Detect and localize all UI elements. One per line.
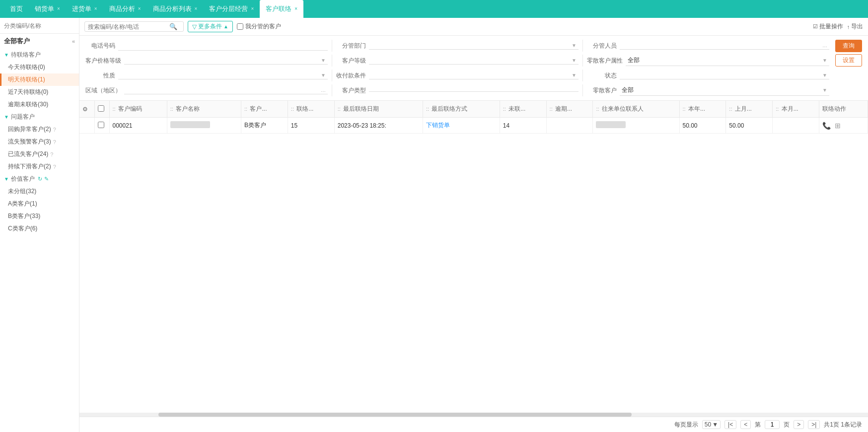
horizontal-scrollbar[interactable] (79, 413, 868, 417)
th-checkbox (94, 101, 109, 118)
row-last-contact-date: 2023-05-23 18:25: (334, 118, 423, 134)
chevron-up-icon: ▲ (223, 24, 228, 29)
settings-icon[interactable]: ⚙ (82, 106, 88, 113)
nav-product-analysis-list[interactable]: 商品分析列表 × (147, 0, 204, 18)
filter-customer-level-select[interactable]: ▼ (369, 57, 579, 65)
filter-retail-customer: 零散客户 全部 ▼ (587, 85, 829, 96)
batch-operation-button[interactable]: ☑ 批量操作 (813, 22, 843, 31)
sidebar-item-overdue-contact[interactable]: 逾期未联络(30) (0, 98, 79, 111)
row-checkbox[interactable] (98, 122, 104, 128)
sort-icon-unit-contact: :: (596, 106, 599, 112)
th-last-month: :: 上月... (726, 101, 773, 118)
close-customer-layered-icon[interactable]: × (251, 0, 254, 18)
filter-phone-input[interactable] (118, 41, 328, 51)
filter-person-select[interactable]: … (620, 42, 829, 50)
all-customers-header[interactable]: 全部客户 « (0, 34, 79, 49)
filter-actions: 查询 设置 (835, 40, 862, 96)
question-icon-4: ? (53, 164, 56, 170)
page-number-input[interactable] (765, 420, 780, 429)
close-product-analysis-list-icon[interactable]: × (195, 0, 198, 18)
nav-customer-contact[interactable]: 客户联络 × (260, 0, 303, 18)
name-masked (170, 121, 210, 128)
close-purchase-order-icon[interactable]: × (94, 0, 97, 18)
sidebar-search-input[interactable] (4, 22, 78, 29)
export-button[interactable]: ↑ 导出 (847, 22, 864, 31)
sidebar-item-today-contact[interactable]: 今天待联络(0) (0, 61, 79, 73)
filter-customer-type: 客户类型 (336, 86, 579, 95)
more-filter-button[interactable]: ▽ 更多条件 ▲ (188, 21, 233, 32)
nav-sales-order[interactable]: 销货单 × (29, 0, 66, 18)
sidebar-item-tomorrow-contact[interactable]: 明天待联络(1) (0, 73, 79, 86)
question-icon-1: ? (53, 127, 56, 133)
triangle-icon: ▼ (4, 52, 9, 58)
close-sales-order-icon[interactable]: × (57, 0, 60, 18)
sidebar-item-declining[interactable]: 持续下滑客户(2) ? (0, 160, 79, 173)
filter-nature-select[interactable]: ▼ (118, 72, 328, 79)
last-page-button[interactable]: >| (808, 420, 820, 429)
edit-icon[interactable]: ✎ (44, 176, 49, 182)
sidebar-search-area: 🔍 (0, 18, 79, 34)
my-customer-checkbox-label[interactable]: 我分管的客户 (237, 22, 281, 31)
close-customer-contact-icon[interactable]: × (294, 0, 297, 18)
page-size-selector[interactable]: 50 ▼ (702, 420, 721, 429)
nav-home[interactable]: 首页 (4, 0, 29, 18)
refresh-icon[interactable]: ↻ (38, 176, 42, 182)
th-overdue: :: 逾期... (546, 101, 593, 118)
settings-button[interactable]: 设置 (835, 54, 862, 67)
row-last-month: 50.00 (726, 118, 773, 134)
last-contact-method-link[interactable]: 下销货单 (426, 122, 450, 129)
table-row: 000021 B类客户 15 2023-05-23 18:25: (79, 118, 868, 134)
th-settings: ⚙ (79, 101, 94, 118)
sidebar-item-churned[interactable]: 已流失客户(24) ? (0, 148, 79, 160)
toolbar-search-box: 🔍 (84, 21, 184, 32)
nav-purchase-order[interactable]: 进货单 × (66, 0, 103, 18)
sidebar-item-churn-warning[interactable]: 流失预警客户(3) ? (0, 136, 79, 148)
th-code: :: 客户编码 (109, 101, 167, 118)
sort-icon-date: :: (338, 106, 341, 112)
question-icon-3: ? (50, 151, 53, 157)
my-customer-checkbox[interactable] (237, 23, 243, 30)
th-type: :: 客户... (241, 101, 288, 118)
sidebar-item-7days-contact[interactable]: 近7天待联络(0) (0, 86, 79, 98)
toolbar-search-input[interactable] (88, 23, 167, 30)
content-area: 🔍 ▽ 更多条件 ▲ 我分管的客户 ☑ 批量操作 ↑ 导出 (79, 18, 868, 432)
sort-icon-this-year: :: (683, 106, 686, 112)
filter-payment-select[interactable]: ▼ (369, 72, 579, 79)
toolbar-search-icon[interactable]: 🔍 (169, 23, 177, 30)
filter-region-select[interactable]: … (124, 86, 328, 94)
phone-action-icon[interactable]: 📞 (822, 122, 831, 130)
filter-retail-customer-select[interactable]: 全部 ▼ (620, 85, 829, 96)
sort-icon-this-month: :: (776, 106, 779, 112)
action-icons: 📞 ⊞ (822, 122, 865, 130)
row-unit-contact (593, 118, 679, 134)
sidebar-item-c-class[interactable]: C类客户(6) (0, 222, 79, 235)
sidebar-item-a-class[interactable]: A类客户(1) (0, 198, 79, 210)
th-uncontacted: :: 未联... (500, 101, 546, 118)
sidebar-item-ungrouped[interactable]: 未分组(32) (0, 185, 79, 198)
group-pending-contact: ▼ 待联络客户 (0, 49, 79, 61)
sort-icon-method: :: (426, 106, 429, 112)
close-product-analysis-icon[interactable]: × (138, 0, 141, 18)
next-page-button[interactable]: > (794, 420, 804, 429)
filter-dept-select[interactable]: ▼ (369, 42, 579, 50)
sort-icon-last-month: :: (729, 106, 732, 112)
prev-page-button[interactable]: < (740, 420, 751, 429)
filter-payment: 收付款条件 ▼ (336, 72, 579, 80)
toolbar: 🔍 ▽ 更多条件 ▲ 我分管的客户 ☑ 批量操作 ↑ 导出 (79, 18, 868, 36)
filter-row-4: 区域（地区） … 客户类型 (85, 84, 829, 96)
first-page-button[interactable]: |< (724, 420, 736, 429)
sidebar-item-b-class[interactable]: B类客户(33) (0, 210, 79, 222)
row-contacts: 15 (288, 118, 334, 134)
filter-price-level-select[interactable]: ▼ (124, 57, 328, 65)
nav-customer-layered[interactable]: 客户分层经营 × (203, 0, 260, 18)
sidebar-item-repurchase-abnormal[interactable]: 回购异常客户(2) ? (0, 123, 79, 136)
row-no (94, 118, 109, 134)
filter-status-select[interactable]: ▼ (620, 72, 829, 79)
filter-retail-attr-select[interactable]: 全部 ▼ (626, 55, 829, 66)
query-button[interactable]: 查询 (835, 40, 862, 52)
select-all-checkbox[interactable] (98, 105, 104, 112)
nav-product-analysis[interactable]: 商品分析 × (103, 0, 147, 18)
filter-customer-type-select[interactable] (369, 89, 579, 92)
grid-action-icon[interactable]: ⊞ (835, 122, 841, 130)
filter-region: 区域（地区） … (85, 86, 328, 95)
